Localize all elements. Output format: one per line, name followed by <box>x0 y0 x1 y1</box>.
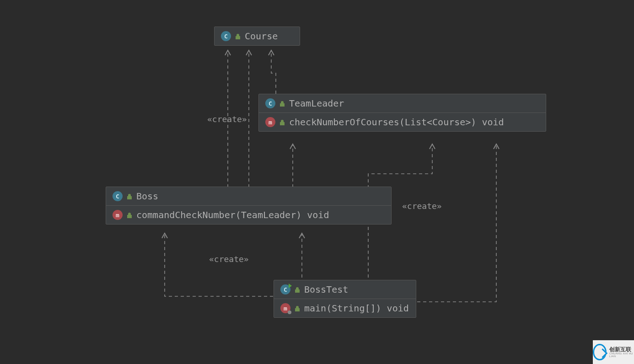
class-box-course[interactable]: C Course <box>214 27 300 46</box>
method-row: m commandCheckNumber(TeamLeader) void <box>106 206 391 224</box>
class-box-boss[interactable]: C Boss m commandCheckNumber(TeamLeader) … <box>106 187 392 225</box>
class-icon: C <box>113 191 123 201</box>
lock-icon <box>235 33 241 39</box>
lock-icon <box>279 100 285 107</box>
class-box-bosstest[interactable]: C BossTest m main(String[]) void <box>274 280 416 318</box>
watermark-title: 创新互联 <box>609 347 634 352</box>
edge-label-create-2: «create» <box>209 254 249 264</box>
runnable-class-icon: C <box>280 284 290 294</box>
edge-teamleader-course <box>271 50 276 94</box>
watermark-subtitle: CHUANG XIN HU LIAN <box>609 352 634 358</box>
class-name: TeamLeader <box>289 98 344 109</box>
method-signature: checkNumberOfCourses(List<Course>) void <box>289 117 504 128</box>
edge-label-create-1: «create» <box>207 114 247 124</box>
watermark-logo-icon <box>593 344 607 360</box>
edge-bosstest-boss-create <box>165 233 273 296</box>
lock-icon <box>126 193 133 199</box>
method-signature: main(String[]) void <box>304 303 409 314</box>
method-row: m main(String[]) void <box>274 299 416 317</box>
method-icon: m <box>280 303 290 313</box>
lock-icon <box>126 212 133 218</box>
lock-icon <box>279 119 285 125</box>
watermark: 创新互联 CHUANG XIN HU LIAN <box>593 340 634 364</box>
class-header: C Course <box>215 27 300 45</box>
method-icon: m <box>265 117 275 127</box>
lock-icon <box>294 305 301 311</box>
watermark-text-wrap: 创新互联 CHUANG XIN HU LIAN <box>609 347 634 358</box>
class-name: BossTest <box>304 284 348 295</box>
class-header: C BossTest <box>274 280 416 299</box>
uml-canvas: «create» «create» «create» C Course C Te… <box>0 0 634 364</box>
class-header: C Boss <box>106 187 391 206</box>
method-signature: commandCheckNumber(TeamLeader) void <box>136 209 329 220</box>
class-name: Course <box>245 31 278 42</box>
class-icon: C <box>221 31 231 41</box>
class-header: C TeamLeader <box>259 94 546 113</box>
edge-bosstest-teamleader-create <box>417 144 496 302</box>
edge-label-create-3: «create» <box>402 201 442 211</box>
method-row: m checkNumberOfCourses(List<Course>) voi… <box>259 113 546 131</box>
class-icon: C <box>265 98 275 108</box>
class-box-teamleader[interactable]: C TeamLeader m checkNumberOfCourses(List… <box>258 94 546 132</box>
class-name: Boss <box>136 191 158 202</box>
method-icon: m <box>113 210 123 220</box>
lock-icon <box>294 286 301 293</box>
